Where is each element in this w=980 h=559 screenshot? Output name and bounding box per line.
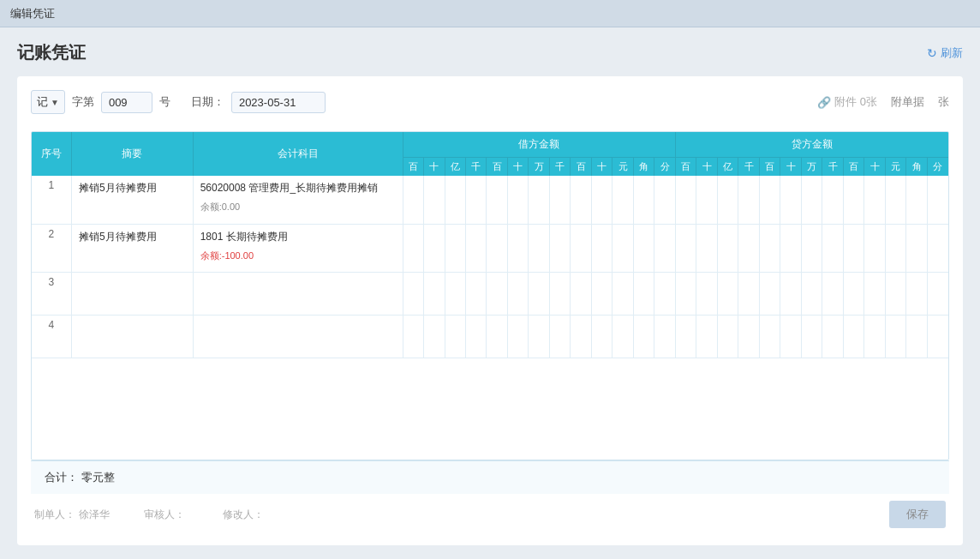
dh-11: 元 bbox=[612, 158, 633, 177]
summary-value: 零元整 bbox=[81, 471, 115, 484]
refresh-button[interactable]: ↻ 刷新 bbox=[927, 45, 963, 61]
voucher-table: 序号 摘要 会计科目 借方金额 贷方金额 百 十 亿 千 bbox=[32, 132, 948, 358]
voucher-card: 记 ▼ 字第 号 日期： 🔗 附件 0张 附单据 张 bbox=[17, 76, 963, 545]
header-account: 会计科目 bbox=[193, 132, 403, 176]
dh-3: 亿 bbox=[445, 158, 465, 177]
dh-5: 百 bbox=[487, 158, 507, 177]
ch-10: 十 bbox=[864, 158, 885, 177]
dh-10: 十 bbox=[591, 158, 612, 177]
title-bar: 编辑凭证 bbox=[0, 0, 980, 27]
table-row: 3 bbox=[32, 272, 948, 315]
row-account[interactable] bbox=[193, 272, 403, 315]
row-seq: 3 bbox=[32, 272, 71, 315]
window-title: 编辑凭证 bbox=[10, 6, 55, 21]
creator-label: 制单人： bbox=[34, 508, 75, 522]
ch-9: 百 bbox=[843, 158, 863, 177]
attachment-link[interactable]: 🔗 附件 0张 bbox=[817, 94, 877, 110]
dh-12: 角 bbox=[633, 158, 654, 177]
ch-2: 十 bbox=[696, 158, 717, 177]
ch-4: 千 bbox=[738, 158, 759, 177]
content-area: 记账凭证 ↻ 刷新 记 ▼ 字第 号 日期： bbox=[0, 27, 980, 559]
chevron-down-icon: ▼ bbox=[51, 98, 59, 107]
hao-label: 号 bbox=[159, 94, 170, 110]
type-dropdown[interactable]: 记 ▼ bbox=[31, 90, 65, 114]
row-account[interactable]: 56020008 管理费用_长期待摊费用摊销 余额:0.00 bbox=[193, 176, 403, 224]
voucher-number-input[interactable] bbox=[101, 92, 152, 113]
voucher-form-row: 记 ▼ 字第 号 日期： 🔗 附件 0张 附单据 张 bbox=[31, 90, 949, 121]
zhang-label: 张 bbox=[938, 94, 949, 110]
ch-6: 十 bbox=[780, 158, 801, 177]
refresh-label: 刷新 bbox=[941, 45, 963, 61]
date-label: 日期： bbox=[191, 94, 224, 110]
modifier-label: 修改人： bbox=[223, 508, 264, 522]
table-header-row: 序号 摘要 会计科目 借方金额 贷方金额 bbox=[32, 132, 948, 158]
header-summary: 摘要 bbox=[71, 132, 193, 176]
ch-5: 百 bbox=[759, 158, 780, 177]
creator-field: 制单人： 徐泽华 bbox=[34, 508, 110, 522]
row-summary[interactable] bbox=[71, 272, 193, 315]
reviewer-field: 审核人： bbox=[144, 508, 188, 522]
page-header: 记账凭证 ↻ 刷新 bbox=[17, 41, 963, 64]
window: 编辑凭证 记账凭证 ↻ 刷新 记 ▼ 字第 号 日期： bbox=[0, 0, 980, 559]
modifier-field: 修改人： bbox=[223, 508, 267, 522]
dh-2: 十 bbox=[424, 158, 445, 177]
row-summary[interactable] bbox=[71, 315, 193, 358]
table-body: 1 摊销5月待摊费用 56020008 管理费用_长期待摊费用摊销 余额:0.0… bbox=[32, 176, 948, 358]
header-credit: 贷方金额 bbox=[676, 132, 949, 158]
row-seq: 1 bbox=[32, 176, 71, 224]
dh-4: 千 bbox=[466, 158, 487, 177]
dh-7: 万 bbox=[529, 158, 549, 177]
attachment-area: 🔗 附件 0张 附单据 张 bbox=[817, 94, 949, 110]
row-summary[interactable]: 摊销5月待摊费用 bbox=[71, 224, 193, 272]
summary-prefix: 合计： bbox=[45, 471, 78, 484]
dh-13: 分 bbox=[654, 158, 676, 177]
dh-1: 百 bbox=[403, 158, 423, 177]
row-account[interactable] bbox=[193, 315, 403, 358]
footer-row: 制单人： 徐泽华 审核人： 修改人： 保存 bbox=[31, 494, 949, 532]
ch-1: 百 bbox=[676, 158, 696, 177]
summary-label: 合计： 零元整 bbox=[45, 471, 115, 484]
save-button[interactable]: 保存 bbox=[889, 501, 946, 528]
table-row: 2 摊销5月待摊费用 1801 长期待摊费用 余额:-100.00 bbox=[32, 224, 948, 272]
refresh-icon: ↻ bbox=[927, 46, 937, 60]
header-seq: 序号 bbox=[32, 132, 71, 176]
row-seq: 2 bbox=[32, 224, 71, 272]
creator-value: 徐泽华 bbox=[79, 508, 110, 522]
dh-9: 百 bbox=[571, 158, 591, 177]
ch-8: 千 bbox=[822, 158, 843, 177]
table-row: 4 bbox=[32, 315, 948, 358]
row-account[interactable]: 1801 长期待摊费用 余额:-100.00 bbox=[193, 224, 403, 272]
ch-3: 亿 bbox=[717, 158, 738, 177]
voucher-table-outer: 序号 摘要 会计科目 借方金额 贷方金额 百 十 亿 千 bbox=[31, 131, 949, 532]
attachment-count: 0张 bbox=[860, 94, 877, 110]
page-title: 记账凭证 bbox=[17, 41, 86, 64]
single-label[interactable]: 附单据 bbox=[891, 94, 924, 110]
table-row: 1 摊销5月待摊费用 56020008 管理费用_长期待摊费用摊销 余额:0.0… bbox=[32, 176, 948, 224]
table-wrapper: 序号 摘要 会计科目 借方金额 贷方金额 百 十 亿 千 bbox=[31, 131, 949, 460]
zi-label: 字第 bbox=[72, 94, 94, 110]
date-input[interactable] bbox=[231, 92, 326, 113]
ch-7: 万 bbox=[801, 158, 822, 177]
type-field: 记 ▼ bbox=[31, 90, 65, 114]
ch-11: 元 bbox=[885, 158, 905, 177]
dh-6: 十 bbox=[507, 158, 528, 177]
ch-13: 分 bbox=[927, 158, 948, 177]
ch-12: 角 bbox=[906, 158, 927, 177]
row-summary[interactable]: 摊销5月待摊费用 bbox=[71, 176, 193, 224]
header-debit: 借方金额 bbox=[403, 132, 675, 158]
reviewer-label: 审核人： bbox=[144, 508, 185, 522]
paperclip-icon: 🔗 bbox=[817, 96, 831, 109]
row-seq: 4 bbox=[32, 315, 71, 358]
summary-row: 合计： 零元整 bbox=[31, 460, 949, 494]
dh-8: 千 bbox=[549, 158, 570, 177]
attachment-label: 附件 bbox=[834, 94, 857, 110]
type-value: 记 bbox=[37, 94, 48, 110]
